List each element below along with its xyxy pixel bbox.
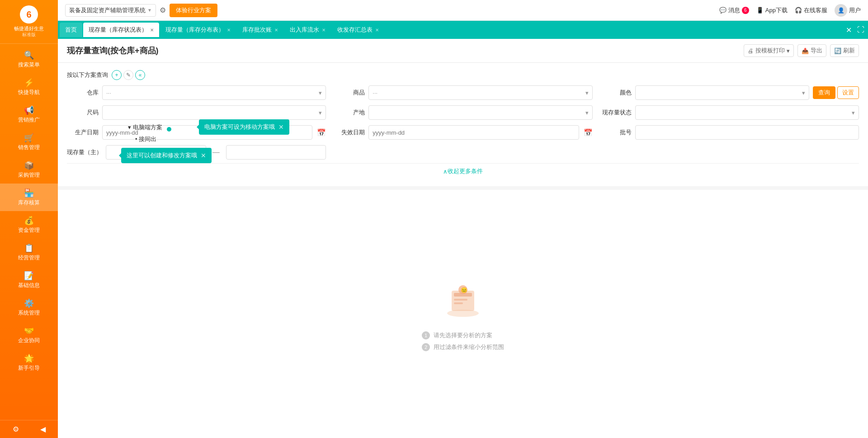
tab-close-icon[interactable]: ✕ bbox=[375, 28, 379, 33]
filter-group-goods: 商品 ··· ▾ bbox=[333, 85, 592, 100]
batch-input[interactable] bbox=[635, 125, 859, 140]
size-select[interactable]: ▾ bbox=[102, 105, 326, 120]
hint-text-2: 用过滤条件来缩小分析范围 bbox=[434, 343, 504, 351]
sidebar-item-basic[interactable]: 📝 基础信息 bbox=[0, 266, 58, 294]
sidebar-item-label: 基础信息 bbox=[18, 282, 40, 289]
sidebar-item-enterprise[interactable]: 🤝 企业协同 bbox=[0, 321, 58, 349]
lightning-icon: ⚡ bbox=[24, 78, 34, 88]
tab-inout[interactable]: 出入库流水 ✕ bbox=[284, 23, 331, 37]
collapse-bar[interactable]: ∧ 收起更多条件 bbox=[67, 163, 859, 179]
create-tooltip-text: 这里可以创建和修改方案哦 bbox=[127, 151, 197, 160]
calendar-icon: 📅 bbox=[317, 128, 326, 137]
expdate-start-input[interactable] bbox=[373, 129, 575, 136]
filter-group-expdate: 失效日期 📅 bbox=[333, 125, 592, 140]
search-btn[interactable]: 查询 bbox=[813, 86, 835, 99]
goods-select[interactable]: ··· ▾ bbox=[368, 85, 592, 100]
tab-close-all-icon[interactable]: ✕ bbox=[844, 24, 854, 36]
settings-filter-btn[interactable]: 设置 bbox=[837, 86, 859, 99]
tab-home[interactable]: 首页 bbox=[60, 23, 82, 37]
edit-scheme-btn[interactable]: ✎ bbox=[123, 70, 133, 80]
scheme-node-item1[interactable]: • 接间出 bbox=[128, 133, 162, 145]
tooltip2-close-icon[interactable]: ✕ bbox=[201, 152, 206, 159]
header-right: 💬 消息 6 📱 App下载 🎧 在线客服 👤 用户 bbox=[719, 4, 861, 17]
hint-num-1: 1 bbox=[422, 331, 430, 339]
tab-batch[interactable]: 库存批次账 ✕ bbox=[237, 23, 283, 37]
scheme-tooltip-bubble: 电脑方案可设为移动方案哦 ✕ bbox=[199, 119, 289, 135]
tab-receivable[interactable]: 收发存汇总表 ✕ bbox=[332, 23, 384, 37]
color-select[interactable]: ▾ bbox=[635, 85, 809, 100]
empty-hint-1: 1 请先选择要分析的方案 bbox=[422, 331, 504, 339]
sidebar-item-label: 库存核算 bbox=[18, 199, 40, 207]
filter-group-origin: 产地 ▾ bbox=[333, 105, 592, 120]
filter-row-2: 尺码 ▾ 产地 ▾ 现存量状态 bbox=[67, 105, 859, 120]
warehouse-select[interactable]: ··· ▾ bbox=[102, 85, 326, 100]
sidebar-item-label: 系统管理 bbox=[18, 309, 40, 317]
refresh-btn[interactable]: 🔄 刷新 bbox=[830, 44, 859, 57]
page-area: 现存量查询(按仓库+商品) 🖨 按模板打印 ▾ 📤 导出 🔄 刷新 bbox=[58, 39, 868, 438]
svg-rect-3 bbox=[454, 299, 467, 301]
sidebar-item-inventory[interactable]: 🏪 库存核算 bbox=[0, 184, 58, 211]
settings-footer-icon[interactable]: ⚙ bbox=[13, 425, 19, 433]
system-name: 装备及固定资产辅助管理系统 bbox=[69, 6, 146, 14]
tooltip-close-icon[interactable]: ✕ bbox=[278, 123, 284, 131]
sidebar-item-system[interactable]: ⚙️ 系统管理 bbox=[0, 294, 58, 321]
system-selector[interactable]: 装备及固定资产辅助管理系统 ▼ bbox=[65, 4, 156, 17]
app-icon: 📱 bbox=[756, 7, 764, 14]
chevron-down-icon: ▼ bbox=[147, 8, 152, 13]
header-settings-icon[interactable]: ⚙ bbox=[160, 6, 166, 14]
filter-header-icons: + ✎ « bbox=[112, 70, 145, 80]
sidebar-item-label: 采购管理 bbox=[18, 171, 40, 179]
header-user[interactable]: 👤 用户 bbox=[835, 4, 861, 17]
print-btn[interactable]: 🖨 按模板打印 ▾ bbox=[744, 44, 794, 57]
sidebar-item-marketing[interactable]: 📢 营销推广 bbox=[0, 101, 58, 128]
sidebar-item-label: 搜索菜单 bbox=[18, 61, 40, 69]
tab-close-icon[interactable]: ✕ bbox=[322, 28, 326, 33]
tab-inventory-status[interactable]: 现存量（库存状况表） ✕ bbox=[83, 23, 159, 37]
tab-close-icon[interactable]: ✕ bbox=[274, 28, 278, 33]
add-scheme-btn[interactable]: + bbox=[112, 70, 122, 80]
batch-text-input[interactable] bbox=[639, 129, 855, 136]
top-header: 装备及固定资产辅助管理系统 ▼ ⚙ 体验行业方案 💬 消息 6 📱 App下载 … bbox=[58, 0, 868, 21]
tab-inventory-dist[interactable]: 现存量（库存分布表） ✕ bbox=[160, 23, 236, 37]
basic-icon: 📝 bbox=[24, 271, 34, 281]
industry-btn[interactable]: 体验行业方案 bbox=[170, 4, 217, 17]
sidebar-item-purchase[interactable]: 📦 采购管理 bbox=[0, 156, 58, 184]
tab-close-icon[interactable]: ✕ bbox=[227, 28, 231, 33]
sidebar-item-guide[interactable]: 🌟 新手引导 bbox=[0, 349, 58, 377]
sidebar-item-search[interactable]: 🔍 搜索菜单 bbox=[0, 46, 58, 73]
sidebar-item-label: 企业协同 bbox=[18, 337, 40, 344]
status-select[interactable]: ▾ bbox=[635, 105, 859, 120]
arrow-btn[interactable]: « bbox=[135, 70, 145, 80]
sidebar-item-operation[interactable]: 📋 经营管理 bbox=[0, 239, 58, 266]
calendar-icon: 📅 bbox=[584, 128, 593, 137]
header-support[interactable]: 🎧 在线客服 bbox=[795, 6, 827, 14]
sidebar-item-sales[interactable]: 🛒 销售管理 bbox=[0, 128, 58, 156]
header-message[interactable]: 💬 消息 6 bbox=[719, 6, 749, 14]
sidebar-item-finance[interactable]: 💰 资金管理 bbox=[0, 211, 58, 239]
warehouse-label: 仓库 bbox=[67, 89, 99, 97]
expdate-label: 失效日期 bbox=[333, 128, 365, 137]
tab-close-icon[interactable]: ✕ bbox=[150, 28, 154, 33]
header-left: 装备及固定资产辅助管理系统 ▼ ⚙ 体验行业方案 bbox=[65, 4, 217, 17]
sidebar-item-label: 资金管理 bbox=[18, 226, 40, 234]
expdate-input[interactable] bbox=[368, 125, 579, 140]
origin-label: 产地 bbox=[333, 108, 365, 117]
tab-fullscreen-icon[interactable]: ⛶ bbox=[855, 24, 866, 36]
svg-rect-4 bbox=[454, 302, 463, 304]
qty-to-input[interactable] bbox=[230, 149, 322, 156]
export-icon: 📤 bbox=[802, 47, 809, 54]
empty-illustration: 😐 bbox=[440, 277, 486, 322]
filter-area: 按以下方案查询 + ✎ « ▾ 电脑端方案 • 接间 bbox=[58, 63, 868, 186]
origin-select[interactable]: ▾ bbox=[368, 105, 592, 120]
inventory-icon: 🏪 bbox=[24, 188, 34, 198]
collapse-sidebar-icon[interactable]: ◀ bbox=[40, 425, 46, 433]
batch-label: 批号 bbox=[600, 128, 632, 137]
dot-indicator bbox=[167, 127, 171, 132]
sidebar-item-quick-nav[interactable]: ⚡ 快捷导航 bbox=[0, 73, 58, 101]
header-app[interactable]: 📱 App下载 bbox=[756, 6, 788, 14]
qty-end-input[interactable] bbox=[226, 145, 326, 160]
export-btn[interactable]: 📤 导出 bbox=[797, 44, 826, 57]
scheme-node-desktop[interactable]: ▾ 电脑端方案 bbox=[128, 122, 162, 133]
chevron-down-icon: ▾ bbox=[585, 89, 589, 96]
empty-hint-2: 2 用过滤条件来缩小分析范围 bbox=[422, 343, 504, 351]
